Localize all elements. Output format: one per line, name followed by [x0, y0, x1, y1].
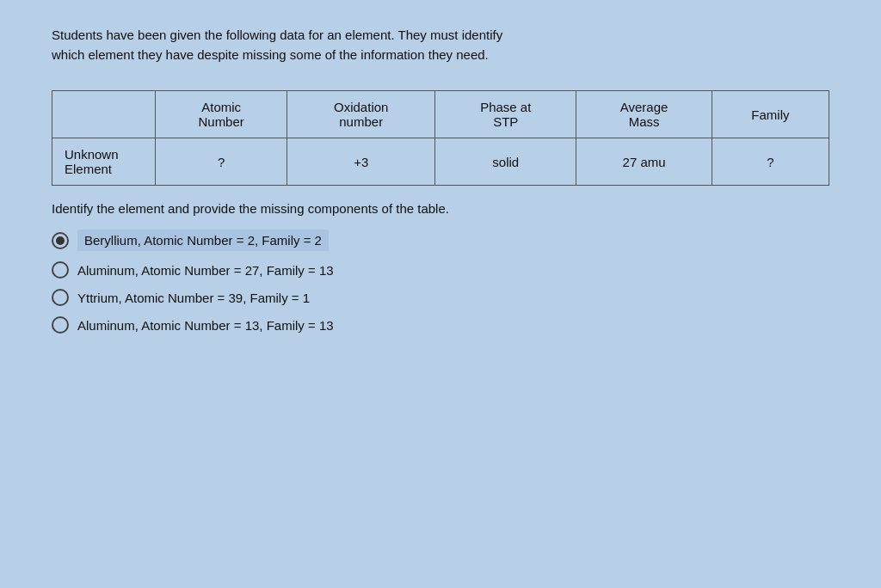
option-label-2: Aluminum, Atomic Number = 27, Family = 1… — [77, 263, 334, 278]
element-table: AtomicNumber Oxidationnumber Phase atSTP… — [52, 90, 829, 186]
header-oxidation-number: Oxidationnumber — [287, 91, 435, 138]
cell-family: ? — [712, 138, 829, 186]
radio-button-3[interactable] — [52, 289, 69, 306]
option-item-3[interactable]: Yttrium, Atomic Number = 39, Family = 1 — [52, 289, 829, 306]
cell-phase: solid — [435, 138, 576, 186]
option-item-2[interactable]: Aluminum, Atomic Number = 27, Family = 1… — [52, 261, 829, 279]
cell-atomic-number: ? — [156, 138, 287, 186]
data-table-wrapper: AtomicNumber Oxidationnumber Phase atSTP… — [52, 90, 829, 186]
table-row: UnknownElement ? +3 solid 27 amu ? — [52, 138, 829, 186]
radio-button-4[interactable] — [52, 316, 69, 334]
answer-options: Beryllium, Atomic Number = 2, Family = 2… — [52, 230, 829, 334]
option-label-1: Beryllium, Atomic Number = 2, Family = 2 — [77, 230, 329, 251]
radio-button-1[interactable] — [52, 232, 69, 249]
option-item-4[interactable]: Aluminum, Atomic Number = 13, Family = 1… — [52, 316, 829, 334]
option-label-4: Aluminum, Atomic Number = 13, Family = 1… — [77, 318, 334, 333]
cell-element-label: UnknownElement — [52, 138, 156, 186]
cell-average-mass: 27 amu — [576, 138, 712, 186]
option-label-3: Yttrium, Atomic Number = 39, Family = 1 — [77, 291, 310, 305]
header-phase-stp: Phase atSTP — [435, 91, 576, 138]
header-family: Family — [712, 91, 829, 138]
radio-inner-1 — [56, 236, 65, 245]
option-item-1[interactable]: Beryllium, Atomic Number = 2, Family = 2 — [52, 230, 829, 251]
intro-text: Students have been given the following d… — [52, 26, 829, 64]
header-atomic-number: AtomicNumber — [156, 91, 287, 138]
header-blank — [52, 91, 156, 138]
radio-button-2[interactable] — [52, 261, 69, 279]
cell-oxidation-number: +3 — [287, 138, 435, 186]
header-average-mass: AverageMass — [576, 91, 712, 138]
identify-prompt: Identify the element and provide the mis… — [52, 201, 829, 216]
table-header-row: AtomicNumber Oxidationnumber Phase atSTP… — [52, 91, 829, 138]
